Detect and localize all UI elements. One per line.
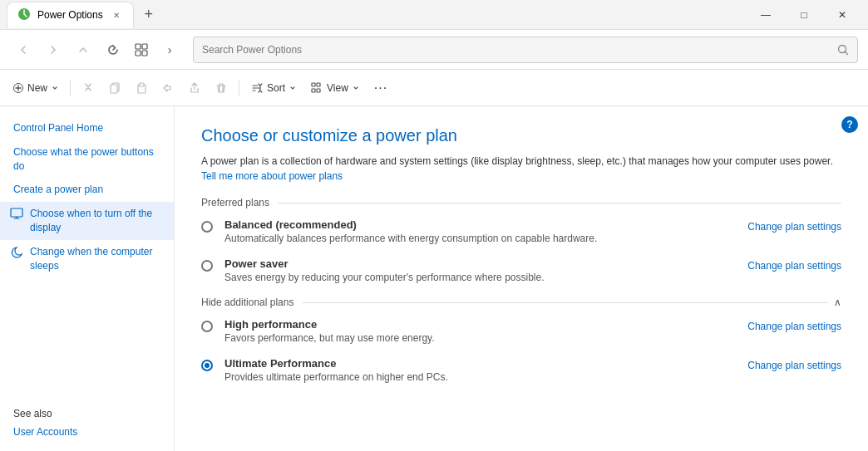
svg-rect-4 xyxy=(142,51,147,56)
move-button[interactable] xyxy=(155,75,180,101)
new-label: New xyxy=(27,82,47,94)
close-button[interactable]: ✕ xyxy=(823,0,861,30)
title-bar: Power Options ✕ + — □ ✕ xyxy=(0,0,868,30)
title-bar-controls: — □ ✕ xyxy=(747,0,861,30)
new-icon xyxy=(13,83,23,93)
svg-rect-8 xyxy=(111,85,117,93)
additional-plans-line xyxy=(302,302,827,303)
power-saver-plan-desc: Saves energy by reducing your computer's… xyxy=(224,272,747,283)
preferred-plans-section: Preferred plans xyxy=(201,197,841,208)
sort-chevron-icon xyxy=(289,85,296,91)
paste-button[interactable] xyxy=(129,75,154,101)
sidebar-item-control-panel-home[interactable]: Control Panel Home xyxy=(0,116,174,140)
sort-label: Sort xyxy=(267,82,285,94)
high-performance-radio[interactable] xyxy=(201,321,213,332)
power-saver-radio[interactable] xyxy=(201,260,213,272)
cut-icon xyxy=(82,82,94,94)
new-button[interactable]: New xyxy=(7,75,65,101)
title-bar-left: Power Options ✕ + xyxy=(7,2,160,28)
power-saver-change-link[interactable]: Change plan settings xyxy=(747,260,841,272)
list-item: Balanced (recommended) Automatically bal… xyxy=(201,218,841,244)
svg-rect-2 xyxy=(142,44,147,49)
page-title: Choose or customize a power plan xyxy=(201,126,841,145)
tab-title: Power Options xyxy=(37,9,103,21)
preferred-plans-label: Preferred plans xyxy=(201,197,269,208)
tab-close-button[interactable]: ✕ xyxy=(110,8,123,22)
monitor-icon xyxy=(10,208,23,221)
collapse-arrow-icon[interactable]: ∧ xyxy=(834,297,841,308)
nav-bar: › xyxy=(0,30,868,70)
learn-more-link[interactable]: Tell me more about power plans xyxy=(201,170,343,182)
content-area: ? Choose or customize a power plan A pow… xyxy=(175,106,868,451)
new-tab-button[interactable]: + xyxy=(137,3,160,27)
new-chevron-icon xyxy=(52,85,58,91)
search-input[interactable] xyxy=(202,44,831,56)
additional-plans-label: Hide additional plans xyxy=(201,297,293,308)
additional-plans-section[interactable]: Hide additional plans ∧ xyxy=(201,297,841,308)
view-label: View xyxy=(327,82,348,94)
sidebar-item-user-accounts[interactable]: User Accounts xyxy=(0,423,174,441)
help-button[interactable]: ? xyxy=(841,116,858,133)
paste-icon xyxy=(136,82,147,94)
ultimate-plan-name: Ultimate Performance xyxy=(224,357,747,370)
high-performance-change-link[interactable]: Change plan settings xyxy=(747,321,841,332)
up-button[interactable] xyxy=(70,37,96,63)
high-performance-plan-name: High performance xyxy=(224,318,747,331)
sidebar-item-sleep[interactable]: Change when the computer sleeps xyxy=(0,240,174,278)
view-icon xyxy=(311,82,323,94)
sidebar-item-turn-off-display[interactable]: Choose when to turn off the display xyxy=(0,202,174,240)
high-performance-plan-desc: Favors performance, but may use more ene… xyxy=(224,332,747,344)
toolbar-separator-1 xyxy=(70,80,71,96)
share-button[interactable] xyxy=(182,75,207,101)
refresh-button[interactable] xyxy=(100,37,126,63)
maximize-button[interactable]: □ xyxy=(785,0,823,30)
sidebar-item-power-buttons[interactable]: Choose what the power buttons do xyxy=(0,140,174,179)
sidebar: Control Panel Home Choose what the power… xyxy=(0,106,175,451)
svg-rect-12 xyxy=(317,83,320,86)
main-layout: Control Panel Home Choose what the power… xyxy=(0,106,868,451)
delete-button[interactable] xyxy=(209,75,234,101)
tab-icon xyxy=(17,7,31,23)
search-box[interactable] xyxy=(193,37,858,63)
sidebar-item-create-plan[interactable]: Create a power plan xyxy=(0,178,174,202)
delete-icon xyxy=(215,82,227,94)
balanced-plan-desc: Automatically balances performance with … xyxy=(224,233,747,244)
sleep-icon xyxy=(10,246,23,259)
sort-icon xyxy=(251,82,263,94)
svg-rect-3 xyxy=(136,51,141,56)
cut-button[interactable] xyxy=(76,75,101,101)
view-button[interactable]: View xyxy=(304,75,366,101)
back-button[interactable] xyxy=(10,37,37,63)
active-tab[interactable]: Power Options ✕ xyxy=(7,2,134,28)
preferred-plans-line xyxy=(278,203,841,203)
forward-button[interactable] xyxy=(40,37,67,63)
svg-rect-10 xyxy=(140,83,144,86)
balanced-radio[interactable] xyxy=(201,221,213,233)
list-item: Power saver Saves energy by reducing you… xyxy=(201,257,841,283)
move-icon xyxy=(162,82,174,94)
svg-rect-15 xyxy=(11,208,22,217)
search-icon xyxy=(837,44,849,56)
minimize-button[interactable]: — xyxy=(747,0,785,30)
ultimate-change-link[interactable]: Change plan settings xyxy=(747,360,841,371)
svg-rect-13 xyxy=(312,89,315,92)
svg-rect-1 xyxy=(136,44,141,49)
sidebar-see-also: See also xyxy=(0,397,174,423)
svg-rect-14 xyxy=(317,89,320,92)
toolbar: New xyxy=(0,70,868,106)
power-saver-plan-name: Power saver xyxy=(224,257,747,270)
svg-rect-11 xyxy=(312,83,315,86)
list-item: High performance Favors performance, but… xyxy=(201,318,841,344)
list-item: Ultimate Performance Provides ultimate p… xyxy=(201,357,841,383)
ultimate-performance-radio[interactable] xyxy=(201,360,213,371)
more-button[interactable]: ··· xyxy=(367,75,394,101)
balanced-plan-name: Balanced (recommended) xyxy=(224,218,747,231)
share-icon xyxy=(189,82,200,94)
sort-button[interactable]: Sort xyxy=(244,75,303,101)
copy-icon xyxy=(109,82,121,94)
sidebar-nav: Control Panel Home Choose what the power… xyxy=(0,116,174,277)
view-toggle-button[interactable] xyxy=(130,37,153,63)
view-chevron-icon xyxy=(353,85,359,91)
balanced-change-link[interactable]: Change plan settings xyxy=(747,221,841,233)
copy-button[interactable] xyxy=(102,75,127,101)
